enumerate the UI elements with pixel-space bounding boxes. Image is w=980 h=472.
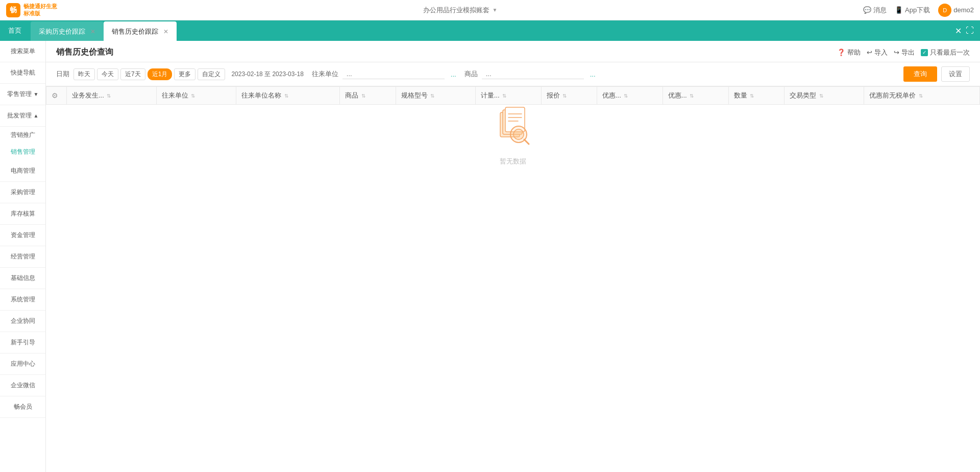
main-layout: 搜索菜单 快捷导航 零售管理 ▼ 批发管理 ▲ 营销推广 销售管理 电商管理 采… [0,41,980,472]
sidebar-item-ecommerce-mgmt[interactable]: 电商管理 [0,160,45,182]
sidebar-item-retail-mgmt[interactable]: 零售管理 ▼ [0,84,45,105]
tab-home[interactable]: 首页 [0,20,30,41]
sidebar-item-new-guide[interactable]: 新手引导 [0,332,45,353]
sort-icon-trade-type: ⇅ [819,93,823,99]
sidebar-item-operations-mgmt[interactable]: 经营管理 [0,246,45,268]
top-bar-left: 畅 畅捷通好生意 标准版 [6,3,57,17]
date-btn-more[interactable]: 更多 [174,68,195,80]
app-download-icon: 📱 [895,6,903,14]
app-selector-arrow[interactable]: ▼ [493,7,498,13]
empty-illustration [490,105,536,151]
only-last-checkbox[interactable]: ✓ 只看最后一次 [921,48,970,57]
sidebar-item-member-club[interactable]: 畅会员 [0,396,45,418]
close-all-tabs-button[interactable]: ✕ [955,26,962,36]
date-filter-group: 日期 昨天 今天 近7天 近1月 更多 自定义 2023-02-18 至 202… [56,68,304,80]
empty-state: 暂无数据 [46,105,980,166]
sidebar-item-system-mgmt[interactable]: 系统管理 [0,289,45,311]
date-label: 日期 [56,69,69,79]
table-header-pre-discount-price[interactable]: 优惠前无税单价 ⇅ [864,87,980,105]
tab-bar-actions: ✕ ⛶ [955,26,980,36]
tab-purchase-history[interactable]: 采购历史价跟踪 ✕ [31,21,104,42]
data-table: ⚙ 业务发生... ⇅ 往来单位 ⇅ 往来单位名称 ⇅ [46,86,980,105]
date-btn-custom[interactable]: 自定义 [198,68,225,80]
goods-input[interactable] [482,69,584,79]
logo-text: 畅捷通好生意 标准版 [23,3,57,16]
goods-ellipsis-button[interactable]: ... [590,70,596,78]
partner-ellipsis-button[interactable]: ... [451,70,456,78]
goods-label: 商品 [464,69,478,79]
import-button[interactable]: ↩ 导入 [867,48,888,57]
sidebar-item-quick-nav[interactable]: 快捷导航 [0,62,45,84]
retail-mgmt-arrow-icon: ▼ [34,91,39,97]
app-download-button[interactable]: 📱 App下载 [895,6,930,15]
content-area: 销售历史价查询 ❓ 帮助 ↩ 导入 ↪ 导出 ✓ 只看最后一次 [46,41,980,472]
table-header-row: ⚙ 业务发生... ⇅ 往来单位 ⇅ 往来单位名称 ⇅ [46,87,980,105]
table-header-quote[interactable]: 报价 ⇅ [541,87,597,105]
table-header-spec[interactable]: 规格型号 ⇅ [396,87,475,105]
message-icon: 💬 [863,6,871,14]
empty-svg [490,105,536,151]
date-btn-1month[interactable]: 近1月 [148,68,173,80]
sort-icon-unit: ⇅ [502,93,506,99]
sidebar-item-wholesale-mgmt[interactable]: 批发管理 ▲ [0,105,45,127]
sidebar-item-search-menu[interactable]: 搜索菜单 [0,41,45,62]
sidebar-item-marketing[interactable]: 营销推广 [0,127,45,144]
sort-icon-quote: ⇅ [562,93,567,99]
avatar: D [938,4,951,17]
tab-sales-history-close[interactable]: ✕ [163,28,168,35]
table-header-discount2[interactable]: 优惠... ⇅ [663,87,728,105]
partner-input[interactable] [342,69,445,79]
sidebar-item-finance-mgmt[interactable]: 资金管理 [0,225,45,246]
svg-point-7 [513,129,524,139]
export-button[interactable]: ↪ 导出 [894,48,915,57]
table-header-goods[interactable]: 商品 ⇅ [340,87,396,105]
wholesale-mgmt-arrow-icon: ▲ [34,113,39,119]
empty-text: 暂无数据 [500,157,526,166]
logo-area: 畅 畅捷通好生意 标准版 [6,3,57,17]
table-header-partner-name[interactable]: 往来单位名称 ⇅ [236,87,340,105]
date-btn-yesterday[interactable]: 昨天 [74,68,95,80]
partner-label: 往来单位 [312,69,338,79]
sort-icon-goods: ⇅ [361,93,365,99]
partner-filter-group: 往来单位 ... [312,69,456,79]
logo-icon: 畅 [6,3,20,17]
tab-purchase-history-close[interactable]: ✕ [90,28,95,35]
date-btn-today[interactable]: 今天 [97,68,118,80]
sidebar-item-sales-mgmt[interactable]: 销售管理 [0,144,45,160]
filter-bar: 日期 昨天 今天 近7天 近1月 更多 自定义 2023-02-18 至 202… [46,62,980,86]
sidebar-item-enterprise-wechat[interactable]: 企业微信 [0,375,45,396]
table-header-quantity[interactable]: 数量 ⇅ [728,87,784,105]
sidebar-item-enterprise-coop[interactable]: 企业协同 [0,311,45,332]
sort-icon-biz-date: ⇅ [107,93,111,99]
table-header-partner-code[interactable]: 往来单位 ⇅ [156,87,236,105]
date-btn-7days[interactable]: 近7天 [120,68,145,80]
table-header-trade-type[interactable]: 交易类型 ⇅ [785,87,864,105]
sidebar-item-basic-info[interactable]: 基础信息 [0,268,45,289]
table-header-unit[interactable]: 计量... ⇅ [475,87,541,105]
user-menu[interactable]: D demo2 [938,4,974,17]
export-icon: ↪ [894,49,899,56]
help-icon: ❓ [837,49,845,56]
sort-icon-quantity: ⇅ [750,93,754,99]
sidebar-item-purchase-mgmt[interactable]: 采购管理 [0,182,45,203]
query-button[interactable]: 查询 [903,66,937,82]
top-bar: 畅 畅捷通好生意 标准版 办公用品行业模拟账套 ▼ 💬 消息 📱 App下载 D… [0,0,980,20]
tab-sales-history[interactable]: 销售历史价跟踪 ✕ [104,21,177,42]
sort-icon-partner-code: ⇅ [191,93,195,99]
sort-icon-partner-name: ⇅ [284,93,288,99]
sidebar-item-app-center[interactable]: 应用中心 [0,353,45,375]
sidebar-item-inventory-check[interactable]: 库存核算 [0,203,45,225]
table-header-discount1[interactable]: 优惠... ⇅ [597,87,663,105]
svg-line-8 [524,139,529,144]
table-header-settings[interactable]: ⚙ [46,87,67,105]
gear-icon[interactable]: ⚙ [52,91,58,100]
settings-button[interactable]: 设置 [941,66,970,82]
expand-button[interactable]: ⛶ [966,26,974,35]
help-button[interactable]: ❓ 帮助 [837,48,861,57]
table-header-biz-date[interactable]: 业务发生... ⇅ [67,87,157,105]
page-title: 销售历史价查询 [56,47,113,58]
message-button[interactable]: 💬 消息 [863,6,887,15]
date-buttons: 昨天 今天 近7天 近1月 更多 自定义 [74,68,225,80]
app-selector[interactable]: 办公用品行业模拟账套 ▼ [423,6,498,15]
tab-bar: 首页 采购历史价跟踪 ✕ 销售历史价跟踪 ✕ ✕ ⛶ [0,20,980,41]
